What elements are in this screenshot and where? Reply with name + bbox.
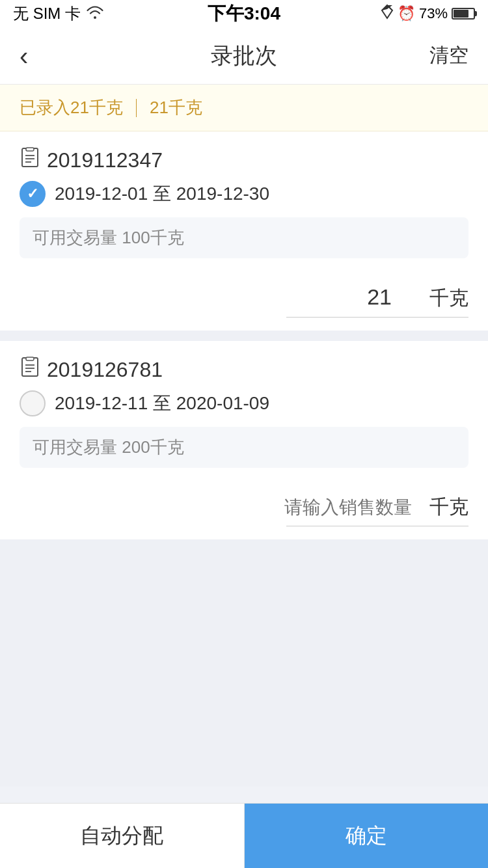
location-icon — [381, 4, 394, 23]
recorded-text: 已录入21千克 — [20, 96, 123, 119]
status-bar: 无 SIM 卡 下午3:04 ⏰ 73% — [0, 0, 488, 27]
confirm-button[interactable]: 确定 — [245, 804, 489, 868]
auto-distribute-button[interactable]: 自动分配 — [0, 804, 245, 868]
battery-icon — [452, 8, 475, 20]
batch-2-input-row: 千克 — [0, 483, 488, 526]
empty-area — [0, 539, 488, 787]
batch-2-header: 2019126781 — [20, 357, 468, 383]
svg-rect-6 — [26, 357, 34, 360]
batch-2-date: 2019-12-11 至 2020-01-09 — [55, 391, 269, 416]
batch-item-1: 2019112347 2019-12-01 至 2019-12-30 可用交易量… — [0, 131, 488, 274]
batch-1-number: 2019112347 — [47, 148, 163, 172]
clear-button[interactable]: 清空 — [429, 42, 468, 69]
batch-2-availability: 可用交易量 200千克 — [20, 427, 468, 468]
batch-1-date: 2019-12-01 至 2019-12-30 — [55, 182, 269, 206]
page-title: 录批次 — [211, 41, 277, 71]
alarm-icon: ⏰ — [398, 5, 415, 22]
batch-2-date-row[interactable]: 2019-12-11 至 2020-01-09 — [20, 390, 468, 416]
status-time: 下午3:04 — [208, 1, 280, 26]
battery-percent: 73% — [419, 5, 448, 22]
batch-1-amount-block: 21 千克 — [0, 274, 488, 331]
batch-1-header: 2019112347 — [20, 147, 468, 173]
batch-2-radio[interactable] — [20, 390, 46, 416]
status-left: 无 SIM 卡 — [13, 3, 104, 24]
total-text: 21千克 — [150, 96, 202, 119]
bottom-bar: 自动分配 确定 — [0, 803, 488, 868]
svg-rect-1 — [26, 148, 34, 151]
back-button[interactable]: ‹ — [20, 43, 28, 69]
batch-1-amount-value: 21 — [367, 284, 392, 310]
banner-divider — [136, 99, 137, 117]
batch-2-number: 2019126781 — [47, 358, 163, 382]
batch-1-date-row[interactable]: 2019-12-01 至 2019-12-30 — [20, 181, 468, 207]
batch-1-radio[interactable] — [20, 181, 46, 207]
batch-2-unit: 千克 — [429, 494, 468, 521]
batch-1-availability: 可用交易量 100千克 — [20, 217, 468, 258]
status-right: ⏰ 73% — [381, 4, 475, 23]
batch-1-amount-row: 21 千克 — [0, 274, 488, 317]
batch-2-icon — [20, 357, 40, 383]
batch-1-icon — [20, 147, 40, 173]
batch-2-amount-block: 千克 — [0, 483, 488, 539]
carrier-text: 无 SIM 卡 — [13, 3, 81, 24]
nav-bar: ‹ 录批次 清空 — [0, 27, 488, 85]
batch-2-quantity-input[interactable] — [226, 497, 422, 518]
batch-1-amount-unit: 千克 — [429, 285, 468, 312]
wifi-icon — [86, 5, 104, 23]
section-divider — [0, 331, 488, 341]
info-banner: 已录入21千克 21千克 — [0, 85, 488, 131]
batch-item-2: 2019126781 2019-12-11 至 2020-01-09 可用交易量… — [0, 341, 488, 483]
